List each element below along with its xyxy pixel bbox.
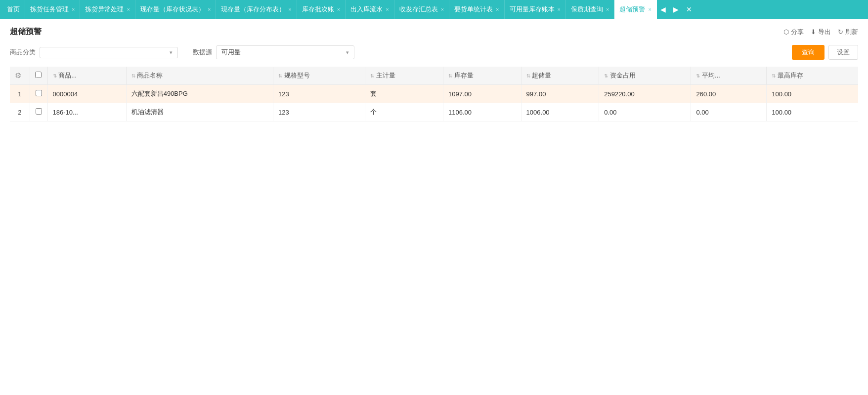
- close-icon[interactable]: ×: [606, 6, 609, 12]
- data-table: ⚙ ⇅ 商品... ⇅ 商品名称 ⇅ 规格型号 ⇅: [10, 67, 858, 121]
- nav-item-available[interactable]: 可用量库存账本 ×: [505, 0, 566, 19]
- select-all-checkbox[interactable]: [35, 72, 42, 78]
- settings-button[interactable]: 设置: [828, 45, 858, 60]
- nav-label-batch: 库存批次账: [302, 5, 334, 14]
- close-icon[interactable]: ×: [337, 6, 340, 12]
- nav-item-exception[interactable]: 拣货异常处理 ×: [80, 0, 135, 19]
- nav-item-summary[interactable]: 收发存汇总表 ×: [394, 0, 449, 19]
- nav-label-exception: 拣货异常处理: [85, 5, 124, 14]
- sort-icon[interactable]: ⇅: [131, 73, 135, 79]
- avg-value: 0.00: [691, 103, 767, 121]
- nav-item-home[interactable]: 首页: [2, 0, 25, 19]
- table-row: 2 186-10... 机油滤清器 123 个 1106.00 1006.00 …: [10, 103, 858, 121]
- col-goods-name-header: ⇅ 商品名称: [126, 67, 273, 85]
- nav-item-task[interactable]: 拣货任务管理 ×: [25, 0, 80, 19]
- goods-unit: 个: [365, 103, 443, 121]
- nav-label-home: 首页: [7, 5, 20, 14]
- col-capital-header: ⇅ 资金占用: [599, 67, 691, 85]
- refresh-icon: ↻: [838, 28, 843, 36]
- col-stock-header: ⇅ 库存量: [443, 67, 521, 85]
- query-button[interactable]: 查询: [792, 45, 825, 60]
- row-checkbox[interactable]: [36, 108, 42, 115]
- col-checkbox-header: [30, 67, 47, 85]
- overstock-qty: 1006.00: [521, 103, 599, 121]
- avg-value: 260.00: [691, 85, 767, 103]
- capital-occupied: 259220.00: [599, 85, 691, 103]
- category-select[interactable]: ▾: [40, 47, 178, 58]
- close-icon[interactable]: ×: [441, 6, 444, 12]
- nav-item-inout[interactable]: 出入库流水 ×: [346, 0, 394, 19]
- close-icon[interactable]: ×: [386, 6, 389, 12]
- nav-close-arrow[interactable]: ✕: [683, 0, 695, 19]
- sort-icon[interactable]: ⇅: [278, 73, 282, 79]
- nav-item-order-stat[interactable]: 要货单统计表 ×: [449, 0, 504, 19]
- nav-label-inout: 出入库流水: [350, 5, 383, 14]
- nav-item-expiry[interactable]: 保质期查询 ×: [566, 0, 614, 19]
- nav-item-overstock[interactable]: 超储预警 ×: [614, 0, 656, 19]
- goods-code: 186-10...: [47, 103, 126, 121]
- stock-qty: 1097.00: [443, 85, 521, 103]
- nav-label-stock-status: 现存量（库存状况表）: [140, 5, 205, 14]
- sort-icon[interactable]: ⇅: [448, 73, 452, 79]
- share-button[interactable]: ⬡ 分享: [783, 28, 804, 37]
- share-label: 分享: [791, 28, 804, 37]
- sort-icon[interactable]: ⇅: [696, 73, 700, 79]
- page-header: 超储预警 ⬡ 分享 ⬇ 导出 ↻ 刷新: [10, 27, 858, 37]
- category-label: 商品分类: [10, 48, 36, 57]
- close-icon[interactable]: ×: [72, 6, 75, 12]
- close-icon[interactable]: ×: [127, 6, 130, 12]
- export-button[interactable]: ⬇ 导出: [811, 28, 831, 37]
- col-goods-code-header: ⇅ 商品...: [47, 67, 126, 85]
- table-header-row: ⚙ ⇅ 商品... ⇅ 商品名称 ⇅ 规格型号 ⇅: [10, 67, 858, 85]
- close-icon[interactable]: ×: [648, 6, 651, 12]
- nav-item-batch[interactable]: 库存批次账 ×: [297, 0, 346, 19]
- sort-icon[interactable]: ⇅: [53, 73, 57, 79]
- refresh-label: 刷新: [845, 28, 858, 37]
- col-gear: ⚙: [10, 67, 30, 85]
- row-checkbox-cell: [30, 103, 47, 121]
- refresh-button[interactable]: ↻ 刷新: [838, 28, 858, 37]
- nav-label-order-stat: 要货单统计表: [454, 5, 493, 14]
- row-num: 2: [10, 103, 30, 121]
- share-icon: ⬡: [783, 28, 789, 36]
- goods-spec: 123: [273, 103, 365, 121]
- sort-icon[interactable]: ⇅: [526, 73, 530, 79]
- nav-label-overstock: 超储预警: [619, 5, 645, 14]
- datasource-select[interactable]: 可用量 ▾: [216, 45, 354, 59]
- table-row: 1 0000004 六配套新昌490BPG 123 套 1097.00 997.…: [10, 85, 858, 103]
- chevron-down-icon: ▾: [170, 49, 173, 56]
- filter-row: 商品分类 ▾ 数据源 可用量 ▾ 查询 设置: [10, 45, 858, 60]
- stock-qty: 1106.00: [443, 103, 521, 121]
- main-content: 超储预警 ⬡ 分享 ⬇ 导出 ↻ 刷新 商品分类 ▾ 数据源: [0, 19, 868, 395]
- close-icon[interactable]: ×: [208, 6, 211, 12]
- filter-buttons: 查询 设置: [792, 45, 858, 60]
- nav-prev-arrow[interactable]: ◀: [657, 0, 670, 19]
- close-icon[interactable]: ×: [496, 6, 499, 12]
- col-max-header: ⇅ 最高库存: [767, 67, 858, 85]
- max-stock: 100.00: [767, 85, 858, 103]
- chevron-down-icon: ▾: [346, 49, 349, 56]
- settings-gear-icon[interactable]: ⚙: [15, 71, 21, 79]
- col-overstock-header: ⇅ 超储量: [521, 67, 599, 85]
- top-nav: 首页 拣货任务管理 × 拣货异常处理 × 现存量（库存状况表） × 现存量（库存…: [0, 0, 868, 19]
- datasource-filter: 数据源 可用量 ▾: [193, 45, 354, 59]
- goods-spec: 123: [273, 85, 365, 103]
- goods-unit: 套: [365, 85, 443, 103]
- nav-item-stock-dist[interactable]: 现存量（库存分布表） ×: [216, 0, 297, 19]
- nav-label-expiry: 保质期查询: [571, 5, 603, 14]
- nav-label-stock-dist: 现存量（库存分布表）: [221, 5, 285, 14]
- goods-name: 六配套新昌490BPG: [126, 85, 273, 103]
- row-checkbox[interactable]: [36, 90, 42, 96]
- header-actions: ⬡ 分享 ⬇ 导出 ↻ 刷新: [783, 28, 858, 37]
- nav-next-arrow[interactable]: ▶: [670, 0, 683, 19]
- close-icon[interactable]: ×: [288, 6, 291, 12]
- overstock-qty: 997.00: [521, 85, 599, 103]
- sort-icon[interactable]: ⇅: [772, 73, 776, 79]
- nav-item-stock-status[interactable]: 现存量（库存状况表） ×: [135, 0, 216, 19]
- datasource-value: 可用量: [221, 48, 241, 57]
- goods-name: 机油滤清器: [126, 103, 273, 121]
- sort-icon[interactable]: ⇅: [604, 73, 608, 79]
- export-label: 导出: [818, 28, 831, 37]
- sort-icon[interactable]: ⇅: [370, 73, 374, 79]
- close-icon[interactable]: ×: [558, 6, 561, 12]
